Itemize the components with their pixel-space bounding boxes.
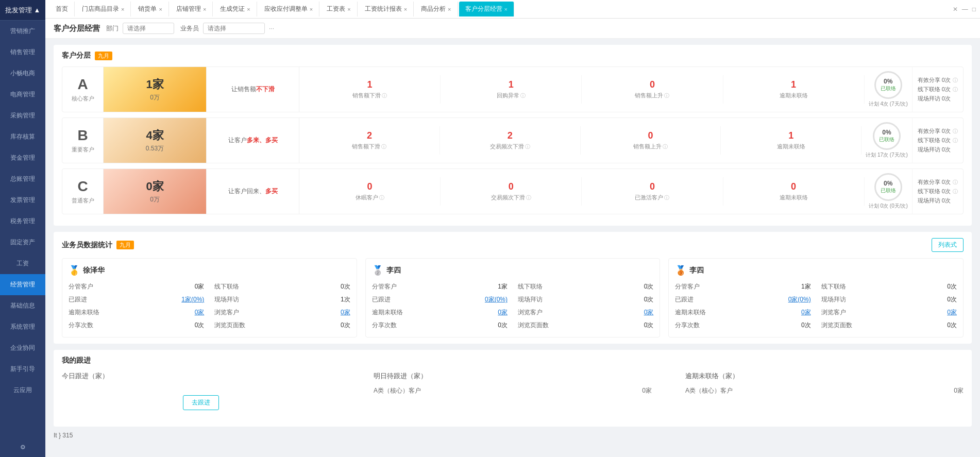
sidebar-item-assets[interactable]: 固定资产 (0, 232, 45, 253)
staff-stats-1: 分管客户1家 线下联络0次 已跟进0家(0%) 现场拜访0次 逾期未联络0家 浏… (372, 281, 654, 331)
staff-rank-icon-2: 🥉 (675, 265, 686, 276)
tier-b-count: 4家 (146, 128, 163, 143)
tier-b-stat-3[interactable]: 0 销售额上升 ⓘ (581, 126, 721, 155)
close-icon[interactable]: × (504, 6, 508, 12)
staff-name-0: 徐泽华 (83, 266, 105, 275)
sidebar-item-ledger[interactable]: 总账管理 (0, 168, 45, 190)
tier-a-highlight: 不下滑 (256, 85, 275, 94)
staff-stat-2-4: 线下联络0次 (821, 281, 957, 292)
staff-stat-0-4: 线下联络0次 (214, 281, 350, 292)
tier-c-stat-1-num: 0 (367, 181, 373, 192)
tab-voucher[interactable]: 生成凭证 × (214, 2, 257, 16)
sales-select[interactable] (203, 23, 265, 34)
close-icon[interactable]: × (121, 6, 124, 12)
maximize-icon[interactable]: □ (972, 6, 976, 13)
main-area: 首页 门店商品目录 × 销货单 × 店铺管理 × 生成凭证 × 应收应付调整单 … (45, 0, 980, 457)
tier-b-stats: 2 销售额下滑 ⓘ 2 交易频次下滑 ⓘ 0 销售额上升 ⓘ 1 逾期未联络 (299, 118, 963, 163)
sidebar-item-finance[interactable]: 资金管理 (0, 147, 45, 168)
settings-button[interactable]: ⚙ (0, 437, 45, 457)
staff-stat-2-7: 浏览页面数0次 (821, 320, 957, 331)
tier-b-stat-1[interactable]: 2 销售额下滑 ⓘ (299, 126, 440, 155)
customer-tier-section: 客户分层 九月 A 核心客户 1家 0万 让销售额不下滑 1 (54, 45, 972, 226)
tab-store-mgmt[interactable]: 店铺管理 × (170, 2, 213, 16)
tab-customer-tier[interactable]: 客户分层经营 × (459, 2, 514, 16)
more-options-icon[interactable]: ··· (269, 25, 274, 32)
follow-content: 今日跟进（家） 去跟进 明日待跟进（家） A类（核心）客户 0家 逾期未联络（家… (62, 371, 964, 420)
sidebar-item-invoice[interactable]: 发票管理 (0, 190, 45, 211)
sidebar-item-ecommerce[interactable]: 电商管理 (0, 84, 45, 105)
tier-b-circle: 0% 已联络 计划 17次 (7天/次) (861, 118, 913, 163)
tier-b-stat-1-num: 2 (367, 130, 372, 141)
close-icon[interactable]: × (404, 6, 407, 12)
overdue-follow-row-0: A类（核心）客户 0家 (685, 385, 964, 397)
tier-b-stat-2[interactable]: 2 交易频次下滑 ⓘ (440, 126, 581, 155)
tier-b-stat-4[interactable]: 1 逾期未联络 (721, 126, 861, 155)
tier-c-amount: 0万 (150, 195, 160, 204)
staff-card-1: 🥈 李四 分管客户1家 线下联络0次 已跟进0家(0%) 现场拜访0次 逾期未联… (365, 258, 661, 337)
sidebar-item-system[interactable]: 系统管理 (0, 316, 45, 337)
tier-b-main[interactable]: 4家 0.53万 (104, 118, 207, 163)
close-icon[interactable]: × (247, 6, 250, 12)
sidebar-item-sales[interactable]: 销售管理 (0, 42, 45, 63)
staff-card-0: 🥇 徐泽华 分管客户0家 线下联络0次 已跟进1家(0%) 现场拜访1次 逾期未… (62, 258, 357, 337)
minimize-icon[interactable]: — (962, 6, 968, 13)
tier-c-main[interactable]: 0家 0万 (104, 169, 207, 214)
tab-payroll-report[interactable]: 工资统计报表 × (359, 2, 414, 16)
today-follow-col: 今日跟进（家） 去跟进 (62, 371, 340, 420)
tier-c-stat-4[interactable]: 0 逾期未联络 (723, 177, 865, 206)
staff-stat-1-0: 分管客户1家 (372, 281, 508, 292)
go-follow-button[interactable]: 去跟进 (183, 395, 219, 410)
sidebar-item-basic[interactable]: 基础信息 (0, 295, 45, 316)
tomorrow-follow-label-0: A类（核心）客户 (374, 386, 421, 395)
tab-payroll[interactable]: 工资表 × (320, 2, 357, 16)
sidebar-item-management[interactable]: 经营管理 (0, 274, 45, 295)
sidebar-item-cloud[interactable]: 云应用 (0, 380, 45, 401)
tier-c-letter: C (77, 178, 88, 195)
tier-a-amount: 0万 (150, 93, 160, 102)
tab-product-analysis[interactable]: 商品分析 × (415, 2, 458, 16)
tier-a-stat-1[interactable]: 1 销售额下滑 ⓘ (299, 75, 441, 104)
tier-a-stat-3[interactable]: 0 销售额上升 ⓘ (582, 75, 723, 104)
follow-title: 我的跟进 (62, 356, 964, 365)
tier-b-stat-2-num: 2 (508, 130, 513, 141)
tier-b-letter: B (77, 127, 88, 144)
sidebar-item-ecommerce-small[interactable]: 小畅电商 (0, 63, 45, 84)
sidebar-item-collab[interactable]: 企业协同 (0, 337, 45, 359)
sidebar-item-inventory[interactable]: 库存核算 (0, 126, 45, 147)
tier-c-stat-2[interactable]: 0 交易频次下滑 ⓘ (441, 177, 582, 206)
tab-home[interactable]: 首页 (49, 2, 75, 16)
staff-stat-2-3: 分享次数0次 (675, 320, 810, 331)
close-icon[interactable]: × (203, 6, 206, 12)
close-icon[interactable]: × (347, 6, 350, 12)
close-icon[interactable]: × (159, 6, 162, 12)
tier-a-main[interactable]: 1家 0万 (104, 67, 207, 112)
tier-c-desc: 普通客户 (72, 197, 94, 205)
tier-a-stat-2[interactable]: 1 回购异常 ⓘ (441, 75, 582, 104)
tab-store-products[interactable]: 门店商品目录 × (76, 2, 131, 16)
sidebar-item-purchase[interactable]: 采购管理 (0, 105, 45, 126)
tier-a-stat-4[interactable]: 1 逾期未联络 (723, 75, 865, 104)
overdue-follow-title: 逾期未联络（家） (685, 371, 964, 381)
tier-b-suggestion: 让客户多来、多买 (207, 118, 299, 163)
list-view-button[interactable]: 列表式 (932, 238, 964, 252)
sidebar-item-tax[interactable]: 税务管理 (0, 211, 45, 232)
close-icon[interactable]: × (448, 6, 451, 12)
tier-c-stat-1-label: 休眠客户 ⓘ (356, 194, 384, 201)
sidebar-item-guide[interactable]: 新手引导 (0, 359, 45, 380)
staff-stat-1-4: 线下联络0次 (518, 281, 653, 292)
tab-sales-order[interactable]: 销货单 × (132, 2, 168, 16)
tier-c-stat-1[interactable]: 0 休眠客户 ⓘ (299, 177, 441, 206)
dept-select[interactable] (123, 23, 174, 34)
expand-icon[interactable]: ▲ (34, 6, 41, 14)
tab-adjustment[interactable]: 应收应付调整单 × (258, 2, 319, 16)
close-icon[interactable]: × (310, 6, 313, 12)
tier-b-label: B 重要客户 (62, 118, 104, 163)
tier-a-stat-1-num: 1 (367, 79, 373, 90)
tier-a-count: 1家 (146, 77, 163, 92)
tier-a-stat-3-label: 销售额上升 ⓘ (635, 92, 669, 99)
close-all-icon[interactable]: ✕ (953, 6, 958, 13)
sidebar-item-payroll[interactable]: 工资 (0, 253, 45, 274)
tier-c-circle: 0% 已联络 计划 0次 (0天/次) (865, 169, 913, 214)
sidebar-item-marketing[interactable]: 营销推广 (0, 21, 45, 42)
tier-c-stat-3[interactable]: 0 已激活客户 ⓘ (582, 177, 723, 206)
